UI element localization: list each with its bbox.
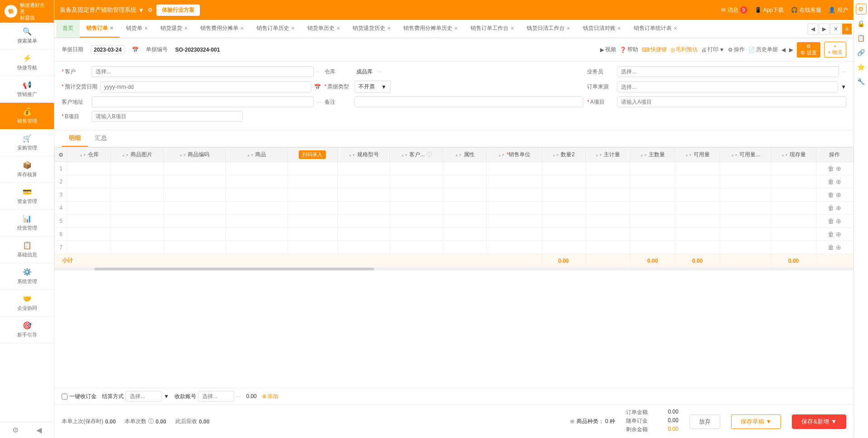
sidebar-item-operation[interactable]: 📊 经营管理 bbox=[0, 210, 54, 236]
tab-cash-daily-close[interactable]: ✕ bbox=[567, 26, 570, 31]
sidebar-item-marketing[interactable]: 📢 营销推广 bbox=[0, 76, 54, 103]
row-barcode[interactable] bbox=[287, 215, 337, 228]
stock-sort[interactable]: ▲▼ bbox=[781, 154, 788, 157]
scan-button[interactable]: 扫码录入 bbox=[299, 150, 326, 159]
customer-code-sort[interactable]: ▲▼ bbox=[401, 154, 408, 157]
row-avail[interactable] bbox=[675, 175, 720, 188]
row-avail2[interactable] bbox=[720, 241, 771, 254]
tab-order-history-close[interactable]: ✕ bbox=[291, 26, 295, 31]
row-barcode[interactable] bbox=[287, 202, 337, 215]
save-new-chevron[interactable]: ▼ bbox=[831, 418, 837, 425]
row-goods[interactable] bbox=[225, 228, 287, 241]
row-attr[interactable] bbox=[443, 215, 486, 228]
discard-button[interactable]: 放弃 bbox=[689, 414, 720, 429]
row-copy-button[interactable]: ⊕ bbox=[836, 244, 841, 251]
remark-input[interactable] bbox=[354, 96, 584, 107]
tab-summary[interactable]: 汇总 bbox=[88, 130, 114, 147]
tab-sales-fee-split[interactable]: 销售费用分摊单 ✕ bbox=[194, 20, 250, 38]
sidebar-item-enterprise[interactable]: 🤝 企业协同 bbox=[0, 290, 54, 317]
row-goods[interactable] bbox=[225, 215, 287, 228]
row-avail2[interactable] bbox=[720, 175, 771, 188]
scrollbar-thumb[interactable] bbox=[94, 268, 374, 270]
row-goods[interactable] bbox=[225, 241, 287, 254]
sidebar-item-finance[interactable]: 💳 资金管理 bbox=[0, 183, 54, 210]
row-spec[interactable] bbox=[337, 188, 390, 202]
date-value[interactable]: 2023-03-24 bbox=[91, 45, 125, 54]
row-qty2[interactable] bbox=[542, 188, 585, 202]
row-main-qty[interactable] bbox=[630, 162, 675, 175]
row-warehouse[interactable] bbox=[68, 215, 111, 228]
row-unit[interactable] bbox=[486, 162, 542, 175]
row-stock[interactable] bbox=[771, 228, 816, 241]
row-spec[interactable] bbox=[337, 215, 390, 228]
row-avail2[interactable] bbox=[720, 215, 771, 228]
row-qty2[interactable] bbox=[542, 162, 585, 175]
shortcut-button[interactable]: ⌨ 快捷键 bbox=[642, 46, 667, 53]
account-more-button[interactable]: ··· bbox=[236, 393, 241, 399]
row-image[interactable] bbox=[111, 162, 164, 175]
sidebar-item-base[interactable]: 📋 基础信息 bbox=[0, 236, 54, 263]
row-barcode[interactable] bbox=[287, 188, 337, 202]
solution-button[interactable]: 体验行业方案 bbox=[156, 5, 200, 16]
spec-sort[interactable]: ▲▼ bbox=[348, 154, 355, 157]
main-qty-sort[interactable]: ▲▼ bbox=[640, 154, 647, 157]
row-spec[interactable] bbox=[337, 175, 390, 188]
account-input[interactable] bbox=[198, 391, 234, 402]
row-warehouse[interactable] bbox=[68, 241, 111, 254]
row-delete-button[interactable]: 🗑 bbox=[828, 204, 834, 212]
tab-cash-reconcile[interactable]: 钱货日清对账 ✕ bbox=[577, 20, 627, 38]
save-draft-chevron[interactable]: ▼ bbox=[766, 418, 772, 425]
row-spec[interactable] bbox=[337, 162, 390, 175]
row-barcode[interactable] bbox=[287, 228, 337, 241]
row-delete-button[interactable]: 🗑 bbox=[828, 217, 834, 225]
salesperson-input[interactable] bbox=[617, 66, 839, 77]
avail-sort[interactable]: ▲▼ bbox=[685, 154, 692, 157]
profit-button[interactable]: ◎ 毛利预估 bbox=[670, 46, 698, 53]
image-sort[interactable]: ▲▼ bbox=[122, 154, 129, 157]
row-qty2[interactable] bbox=[542, 175, 585, 188]
tabbar-close-all[interactable]: ✕ bbox=[830, 24, 841, 34]
row-unit[interactable] bbox=[486, 175, 542, 188]
row-goods[interactable] bbox=[225, 202, 287, 215]
row-warehouse[interactable] bbox=[68, 175, 111, 188]
tabbar-prev-arrow[interactable]: ◀ bbox=[808, 24, 818, 34]
row-image[interactable] bbox=[111, 215, 164, 228]
row-delete-button[interactable]: 🗑 bbox=[828, 191, 834, 198]
add-payment-button[interactable]: ⊕ 添加 bbox=[262, 393, 278, 400]
sidebar-item-sales[interactable]: 💰 销售管理 bbox=[0, 103, 54, 130]
row-delete-button[interactable]: 🗑 bbox=[828, 165, 834, 172]
row-unit[interactable] bbox=[486, 202, 542, 215]
date-picker-icon[interactable]: 📅 bbox=[314, 84, 321, 90]
row-stock[interactable] bbox=[771, 215, 816, 228]
row-warehouse[interactable] bbox=[68, 162, 111, 175]
row-main-unit[interactable] bbox=[585, 228, 630, 241]
messages-button[interactable]: ✉ 消息 9 bbox=[721, 6, 747, 14]
view-video-button[interactable]: ▶ 视频 bbox=[600, 46, 616, 53]
tab-sales-return-close[interactable]: ✕ bbox=[144, 26, 148, 31]
tab-sales-order-close[interactable]: ✕ bbox=[110, 26, 113, 31]
tab-return-history-close[interactable]: ✕ bbox=[336, 26, 340, 31]
tab-detail[interactable]: 明细 bbox=[62, 130, 88, 147]
tab-sales-summary[interactable]: 销售订单统计表 ✕ bbox=[627, 20, 684, 38]
row-copy-button[interactable]: ⊕ bbox=[836, 178, 841, 185]
row-code[interactable] bbox=[163, 175, 225, 188]
row-unit[interactable] bbox=[486, 228, 542, 241]
customer-addr-input[interactable] bbox=[92, 96, 314, 107]
print-dropdown-icon[interactable]: ▼ bbox=[719, 47, 725, 53]
row-attr[interactable] bbox=[443, 188, 486, 202]
row-attr[interactable] bbox=[443, 228, 486, 241]
tab-sales-order[interactable]: 销售订单 ✕ bbox=[80, 20, 120, 38]
row-customer-code[interactable] bbox=[390, 188, 443, 202]
nav-prev-icon[interactable]: ◀ bbox=[781, 47, 786, 53]
row-goods[interactable] bbox=[225, 162, 287, 175]
row-customer-code[interactable] bbox=[390, 202, 443, 215]
project-a-input[interactable] bbox=[617, 96, 846, 107]
order-source-input[interactable] bbox=[617, 82, 838, 92]
row-barcode[interactable] bbox=[287, 175, 337, 188]
attr-sort[interactable]: ▲▼ bbox=[455, 154, 462, 157]
tabbar-next-arrow[interactable]: ▶ bbox=[819, 24, 829, 34]
row-attr[interactable] bbox=[443, 202, 486, 215]
col-settings[interactable]: ⚙ bbox=[55, 148, 68, 162]
row-warehouse[interactable] bbox=[68, 188, 111, 202]
sidebar-settings-icon[interactable]: ⚙ bbox=[12, 426, 19, 434]
